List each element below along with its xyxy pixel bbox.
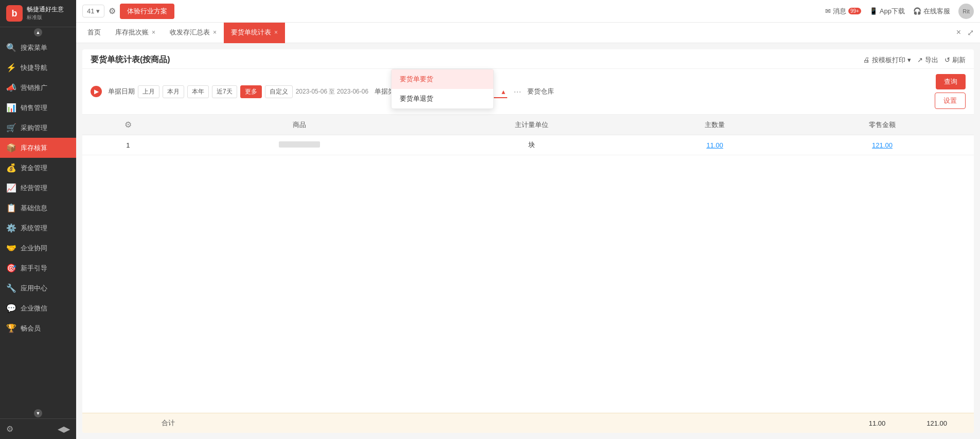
sidebar-item-wechat[interactable]: 💬 企业微信 [0, 298, 76, 318]
col-unit: 主计量单位 [424, 115, 639, 135]
filter-expand-button[interactable]: ▶ [91, 86, 102, 97]
sidebar-label-finance: 资金管理 [21, 163, 47, 173]
user-avatar-item[interactable]: Rit [958, 4, 974, 19]
business-icon: 📈 [6, 183, 16, 193]
sidebar-item-enterprise[interactable]: 🤝 企业协同 [0, 238, 76, 258]
sidebar-label-purchase: 采购管理 [21, 123, 47, 133]
date-btn-custom[interactable]: 自定义 [265, 85, 293, 98]
topbar-gear-icon[interactable]: ⚙ [109, 6, 116, 16]
page: 要货单统计表(按商品) 🖨 按模板打印 ▾ ↗ 导出 ↺ 刷新 [82, 49, 974, 433]
tab-inventory-batch-close[interactable]: × [152, 29, 155, 36]
sidebar-label-beginner: 新手引导 [21, 264, 47, 273]
footer-quantity: 11.00 [848, 419, 906, 427]
online-service-label: 在线客服 [923, 7, 950, 16]
table-settings-icon[interactable]: ⚙ [124, 120, 132, 129]
sidebar-item-app-center[interactable]: 🔧 应用中心 [0, 278, 76, 298]
scroll-down-arrow[interactable]: ▼ [34, 409, 42, 417]
app-title: 畅捷通好生意 [27, 6, 64, 14]
sidebar-label-base-info: 基础信息 [21, 204, 47, 213]
sidebar-scroll-down[interactable]: ▼ [0, 408, 76, 418]
filter-bar: ▶ 单据日期 上月 本月 本年 近7天 更多 自定义 2023-05-06 至 … [82, 69, 974, 115]
sidebar-item-search[interactable]: 🔍 搜索菜单 [0, 38, 76, 58]
beginner-icon: 🎯 [6, 263, 16, 273]
tab-receivable-summary[interactable]: 收发存汇总表 × [163, 23, 224, 43]
messages-label: 消息 [833, 7, 846, 16]
sidebar-item-business[interactable]: 📈 经营管理 [0, 178, 76, 198]
print-icon: 🖨 [863, 56, 870, 64]
online-service-item[interactable]: 🎧 在线客服 [913, 7, 950, 16]
user-avatar: Rit [958, 4, 974, 19]
filter-buttons: 查询 设置 [935, 74, 966, 109]
sidebar-search-label: 搜索菜单 [21, 43, 47, 52]
sidebar-item-member[interactable]: 🏆 畅会员 [0, 318, 76, 338]
export-action[interactable]: ↗ 导出 [917, 56, 938, 65]
company-selector[interactable]: 41 ▾ [82, 5, 104, 17]
date-range-display: 2023-05-06 至 2023-06-06 [296, 87, 368, 96]
company-selector-chevron: ▾ [96, 7, 100, 15]
messages-item[interactable]: ✉ 消息 99+ [825, 7, 861, 16]
sidebar-label-wechat: 企业微信 [21, 304, 47, 313]
main-content: 41 ▾ ⚙ 体验行业方案 ✉ 消息 99+ 📱 App下载 🎧 在线客服 [76, 0, 980, 439]
messages-badge: 99+ [848, 8, 861, 14]
sidebar-item-marketing[interactable]: 📣 营销推广 [0, 78, 76, 98]
marketing-icon: 📣 [6, 83, 16, 93]
sidebar-label-app-center: 应用中心 [21, 284, 47, 293]
date-btn-this-month[interactable]: 本月 [163, 85, 184, 98]
filter-more-options-icon[interactable]: ··· [513, 86, 521, 97]
tabs-actions: × ⤢ [954, 28, 976, 38]
product-placeholder [279, 141, 320, 148]
sidebar-label-inventory: 库存核算 [21, 143, 47, 153]
tab-receivable-summary-close[interactable]: × [213, 29, 217, 36]
tab-inventory-batch[interactable]: 库存批次账 × [108, 23, 163, 43]
topbar-right: ✉ 消息 99+ 📱 App下载 🎧 在线客服 Rit [825, 4, 974, 19]
settings-bottom-icon[interactable]: ⚙ [6, 424, 13, 434]
col-amount: 零售金额 [791, 115, 974, 135]
search-icon: 🔍 [6, 43, 16, 52]
date-btn-more[interactable]: 更多 [240, 85, 262, 98]
dropdown-item-order-return-label: 要货单退货 [400, 95, 433, 102]
tab-order-stats-close[interactable]: × [274, 29, 278, 36]
col-settings: ⚙ [82, 115, 174, 135]
date-btn-7days[interactable]: 近7天 [212, 85, 237, 98]
tab-home[interactable]: 首页 [80, 23, 108, 43]
tab-expand-icon[interactable]: ⤢ [965, 28, 976, 38]
finance-icon: 💰 [6, 163, 16, 173]
date-btn-this-year[interactable]: 本年 [187, 85, 209, 98]
refresh-action[interactable]: ↺ 刷新 [945, 56, 966, 65]
message-icon: ✉ [825, 7, 831, 15]
dropdown-item-order-goods[interactable]: 要货单要货 [391, 69, 493, 89]
query-button[interactable]: 查询 [936, 74, 966, 89]
sidebar-item-quick-nav[interactable]: ⚡ 快捷导航 [0, 58, 76, 78]
amount-link[interactable]: 121.00 [872, 141, 893, 149]
dropdown-item-order-return[interactable]: 要货单退货 [391, 89, 493, 108]
app-download-icon: 📱 [869, 7, 878, 15]
sidebar-item-purchase[interactable]: 🛒 采购管理 [0, 118, 76, 138]
tab-close-all-icon[interactable]: × [954, 28, 963, 38]
sidebar-item-beginner[interactable]: 🎯 新手引导 [0, 258, 76, 278]
logo-icon: b [6, 5, 23, 22]
avatar-text: Rit [963, 8, 969, 14]
sidebar-item-inventory[interactable]: 📦 库存核算 [0, 138, 76, 158]
sidebar-item-base-info[interactable]: 📋 基础信息 [0, 198, 76, 218]
footer-label: 合计 [155, 418, 181, 428]
col-product: 商品 [174, 115, 424, 135]
sidebar-item-finance[interactable]: 💰 资金管理 [0, 158, 76, 178]
tab-order-stats[interactable]: 要货单统计表 × [224, 23, 285, 43]
online-service-icon: 🎧 [913, 7, 921, 15]
sidebar-item-sales[interactable]: 📊 销售管理 [0, 98, 76, 118]
trial-button[interactable]: 体验行业方案 [120, 4, 174, 19]
app-download-item[interactable]: 📱 App下载 [869, 7, 905, 16]
quantity-link[interactable]: 11.00 [706, 141, 723, 149]
tabs-bar: 首页 库存批次账 × 收发存汇总表 × 要货单统计表 × × ⤢ [76, 23, 980, 43]
settings-button[interactable]: 设置 [935, 93, 966, 109]
collapse-icon[interactable]: ◀▶ [58, 424, 70, 434]
doc-type-chevron-up-icon[interactable]: ▴ [502, 87, 505, 96]
app-center-icon: 🔧 [6, 283, 16, 293]
print-action[interactable]: 🖨 按模板打印 ▾ [863, 56, 911, 65]
date-btn-last-month[interactable]: 上月 [138, 85, 159, 98]
sidebar-scroll-up[interactable]: ▲ [0, 27, 76, 38]
cell-amount: 121.00 [791, 135, 974, 155]
sidebar-item-system[interactable]: ⚙️ 系统管理 [0, 218, 76, 238]
sidebar-bottom: ⚙ ◀▶ [0, 418, 76, 439]
scroll-up-arrow[interactable]: ▲ [34, 28, 42, 36]
